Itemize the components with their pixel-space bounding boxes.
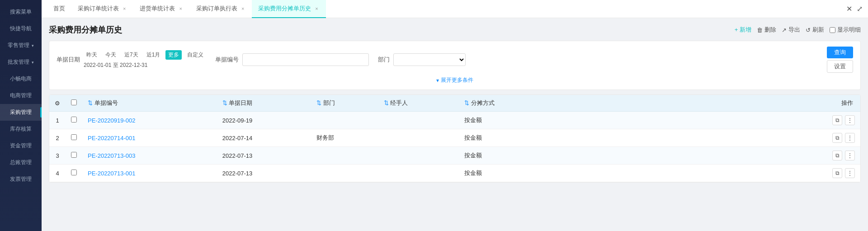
tab-purchase-cost-split[interactable]: 采购费用分摊单历史 × xyxy=(252,0,326,18)
col-gear[interactable]: ⚙ xyxy=(49,95,66,112)
doc-no-link[interactable]: PE-20220714-001 xyxy=(88,135,136,141)
col-split-method[interactable]: ⇅ 分摊方式 xyxy=(459,95,783,112)
sidebar-item-label: 快捷导航 xyxy=(2,25,40,33)
row-copy-button[interactable]: ⧉ xyxy=(832,133,842,143)
tab-close-icon[interactable]: × xyxy=(178,5,183,12)
filter-dept-select[interactable] xyxy=(393,53,466,66)
table-row: 4 PE-20220713-001 2022-07-13 按金额 ⧉ ⋮ xyxy=(49,165,860,182)
date-range-display: 2022-01-01 至 2022-12-31 xyxy=(84,61,206,69)
show-cols-checkbox[interactable] xyxy=(830,27,835,33)
export-button[interactable]: ↗ 导出 xyxy=(782,26,800,34)
row-more-button[interactable]: ⋮ xyxy=(845,168,855,178)
sidebar-item-finance[interactable]: 资金管理 xyxy=(0,137,42,154)
row-checkbox[interactable] xyxy=(71,117,77,123)
chevron-down-icon: ▾ xyxy=(32,60,34,65)
date-btn-7days[interactable]: 近7天 xyxy=(122,50,141,60)
filter-dept-label: 部门 xyxy=(378,56,390,64)
tab-purchase-order-exec[interactable]: 采购订单执行表 × xyxy=(190,0,252,18)
doc-no-link[interactable]: PE-20220713-001 xyxy=(88,170,136,177)
tab-home-label: 首页 xyxy=(53,5,65,13)
tab-close-icon[interactable]: × xyxy=(314,5,319,12)
close-window-icon[interactable]: ✕ xyxy=(846,5,852,13)
row-action-buttons: ⧉ ⋮ xyxy=(789,168,855,178)
row-copy-button[interactable]: ⧉ xyxy=(832,151,842,160)
row-doc-no: PE-20220713-003 xyxy=(82,147,217,165)
tab-purchase-order-stats[interactable]: 采购订单统计表 × xyxy=(71,0,133,18)
add-button[interactable]: + 新增 xyxy=(735,26,751,34)
tab-goods-receipt-stats[interactable]: 进货单统计表 × xyxy=(133,0,189,18)
date-btn-yesterday[interactable]: 昨天 xyxy=(84,50,100,60)
sidebar-item-label: 搜索菜单 xyxy=(2,8,40,16)
doc-no-link[interactable]: PE-20220713-003 xyxy=(88,152,136,159)
sidebar-item-label: 批发管理 ▾ xyxy=(2,58,40,66)
filter-row: 单据日期 昨天 今天 近7天 近1月 更多 自定义 2022-01-01 至 2… xyxy=(57,47,853,73)
row-actions: ⧉ ⋮ xyxy=(783,165,860,182)
delete-button[interactable]: 🗑 删除 xyxy=(757,26,776,34)
col-doc-date[interactable]: ⇅ 单据日期 xyxy=(217,95,311,112)
row-more-button[interactable]: ⋮ xyxy=(845,133,855,143)
filter-docno-label: 单据编号 xyxy=(215,56,239,64)
row-doc-date: 2022-07-14 xyxy=(217,129,311,147)
tab-home[interactable]: 首页 xyxy=(47,0,71,18)
row-handler xyxy=(378,165,459,182)
row-actions: ⧉ ⋮ xyxy=(783,147,860,165)
row-checkbox[interactable] xyxy=(71,134,77,140)
sidebar-item-ledger[interactable]: 总账管理 xyxy=(0,154,42,171)
row-checkbox-cell xyxy=(66,129,82,147)
sidebar-item-label: 电商管理 xyxy=(2,92,40,99)
sidebar-item-retail[interactable]: 零售管理 ▾ xyxy=(0,37,42,54)
sidebar-item-purchase[interactable]: 采购管理 xyxy=(0,104,42,121)
tab-bar-actions: ✕ ⤢ xyxy=(846,5,863,13)
date-btn-1month[interactable]: 近1月 xyxy=(144,50,163,60)
sidebar-item-invoice[interactable]: 发票管理 xyxy=(0,171,42,188)
sidebar-item-ecommerce[interactable]: 电商管理 xyxy=(0,87,42,104)
sidebar-item-quick-nav[interactable]: 快捷导航 xyxy=(0,20,42,37)
table-row: 2 PE-20220714-001 2022-07-14 财务部 按金额 ⧉ ⋮ xyxy=(49,129,860,147)
row-number: 1 xyxy=(49,112,66,129)
tab-close-icon[interactable]: × xyxy=(240,5,245,12)
search-button[interactable]: 查询 xyxy=(827,47,853,58)
col-actions: 操作 xyxy=(783,95,860,112)
row-copy-button[interactable]: ⧉ xyxy=(832,168,842,178)
date-btn-custom[interactable]: 自定义 xyxy=(184,50,206,60)
row-dept xyxy=(311,112,378,129)
row-actions: ⧉ ⋮ xyxy=(783,112,860,129)
row-action-buttons: ⧉ ⋮ xyxy=(789,133,855,143)
expand-more-label: 展开更多条件 xyxy=(441,76,473,84)
filter-docno-input[interactable] xyxy=(242,53,369,66)
row-checkbox[interactable] xyxy=(71,152,77,158)
chevron-down-icon: ▾ xyxy=(436,77,439,84)
date-btn-today[interactable]: 今天 xyxy=(103,50,119,60)
row-more-button[interactable]: ⋮ xyxy=(845,151,855,160)
row-more-button[interactable]: ⋮ xyxy=(845,115,855,125)
row-dept xyxy=(311,165,378,182)
col-doc-no[interactable]: ⇅ 单据编号 xyxy=(82,95,217,112)
row-checkbox-cell xyxy=(66,147,82,165)
date-btn-more[interactable]: 更多 xyxy=(165,50,182,60)
row-split-method: 按金额 xyxy=(459,165,783,182)
row-doc-no: PE-20220919-002 xyxy=(82,112,217,129)
expand-more-btn[interactable]: ▾ 展开更多条件 xyxy=(57,76,853,84)
sidebar-item-mini-shop[interactable]: 小畅电商 xyxy=(0,71,42,87)
row-handler xyxy=(378,112,459,129)
select-all-checkbox[interactable] xyxy=(71,99,77,105)
refresh-icon: ↺ xyxy=(806,27,811,33)
row-checkbox[interactable] xyxy=(71,170,77,175)
doc-no-link[interactable]: PE-20220919-002 xyxy=(88,117,136,124)
sort-icon: ⇅ xyxy=(88,99,93,106)
restore-window-icon[interactable]: ⤢ xyxy=(857,5,863,13)
row-copy-button[interactable]: ⧉ xyxy=(832,115,842,125)
row-doc-date: 2022-09-19 xyxy=(217,112,311,129)
sidebar-item-inventory[interactable]: 库存核算 xyxy=(0,121,42,137)
setting-button[interactable]: 设置 xyxy=(827,60,853,73)
sidebar-item-search[interactable]: 搜索菜单 xyxy=(0,4,42,20)
tab-close-icon[interactable]: × xyxy=(122,5,127,12)
refresh-button[interactable]: ↺ 刷新 xyxy=(806,26,824,34)
row-action-buttons: ⧉ ⋮ xyxy=(789,115,855,125)
show-cols-toggle[interactable]: 显示明细 xyxy=(830,26,861,34)
toolbar-actions: + 新增 🗑 删除 ↗ 导出 ↺ 刷新 显示明细 xyxy=(735,26,861,34)
col-handler[interactable]: ⇅ 经手人 xyxy=(378,95,459,112)
sidebar-item-wholesale[interactable]: 批发管理 ▾ xyxy=(0,54,42,71)
col-dept[interactable]: ⇅ 部门 xyxy=(311,95,378,112)
col-checkbox xyxy=(66,95,82,112)
